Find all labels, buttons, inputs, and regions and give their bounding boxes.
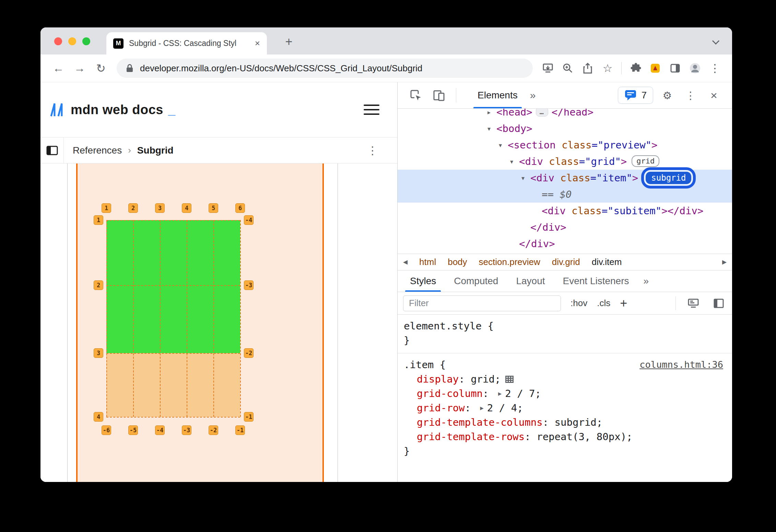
breadcrumb-item[interactable]: html <box>419 257 436 267</box>
crumb-left-arrow-icon[interactable]: ◀ <box>403 258 408 266</box>
item-rule-selector: .item <box>404 359 434 371</box>
traffic-light-minimize[interactable] <box>68 37 76 45</box>
browser-menu-kebab-icon[interactable]: ⋮ <box>706 59 724 77</box>
inline-style-selector-line[interactable]: element.style { <box>398 319 732 333</box>
grid-line-number: -2 <box>209 425 218 435</box>
subgrid-badge[interactable]: subgrid <box>646 172 691 184</box>
css-property[interactable]: display: grid; <box>398 372 732 386</box>
zoom-icon[interactable] <box>559 59 577 77</box>
device-toolbar-icon[interactable] <box>430 86 448 105</box>
profile-avatar[interactable] <box>686 59 704 77</box>
grid-line-number: 1 <box>94 215 103 225</box>
tab-search-chevron-icon[interactable] <box>712 37 719 45</box>
item-rule-close-line: } <box>398 444 732 458</box>
css-property[interactable]: grid-template-rows: repeat(3, 80px); <box>398 430 732 444</box>
dom-tree-line[interactable]: ▼<div class="grid">grid <box>398 153 732 170</box>
extensions-puzzle-icon[interactable] <box>626 59 644 77</box>
devtools-kebab-icon[interactable]: ⋮ <box>681 86 700 105</box>
grid-column-line <box>106 220 107 417</box>
breadcrumb-item[interactable]: section.preview <box>479 257 540 267</box>
shorthand-expand-icon[interactable]: ▶ <box>498 386 502 401</box>
dom-tree-line[interactable]: ▼<section class="preview"> <box>398 137 732 153</box>
grid-line-number: -1 <box>244 412 254 422</box>
css-property[interactable]: grid-template-columns: subgrid; <box>398 415 732 430</box>
item-rule-selector-line[interactable]: columns.html:36 .item { <box>398 358 732 372</box>
grid-editor-icon[interactable] <box>505 376 514 383</box>
code-token: class <box>572 205 601 217</box>
tab-strip: M Subgrid - CSS: Cascading Styl × + <box>40 27 732 55</box>
new-style-rule-icon[interactable]: + <box>620 297 627 310</box>
side-panel-icon[interactable] <box>666 59 684 77</box>
grid-line-number: 1 <box>102 203 111 213</box>
share-icon[interactable] <box>579 59 597 77</box>
devtools-breadcrumbs: ◀ htmlbodysection.previewdiv.griddiv.ite… <box>398 254 732 270</box>
breadcrumb-item[interactable]: body <box>448 257 467 267</box>
grid-visualization: 123456-6-5-4-3-2-11234-4-3-2-1 <box>40 82 397 482</box>
rendering-emulation-icon[interactable] <box>685 295 701 311</box>
styles-panel-tabs: StylesComputedLayoutEvent Listeners» <box>398 270 732 292</box>
reload-button[interactable]: ↻ <box>91 59 110 78</box>
open-brace: { <box>487 320 493 332</box>
browser-tab[interactable]: M Subgrid - CSS: Cascading Styl × <box>106 32 267 55</box>
grid-column-line <box>160 220 161 417</box>
dom-tree-line[interactable]: <div class="subitem"></div> <box>398 203 732 219</box>
install-icon[interactable] <box>539 59 557 77</box>
panel-tab-styles[interactable]: Styles <box>401 270 445 292</box>
dom-tree-line[interactable]: </div> <box>398 219 732 235</box>
traffic-light-zoom[interactable] <box>82 37 90 45</box>
extension-icon-colored[interactable] <box>646 59 664 77</box>
shorthand-expand-icon[interactable]: ▶ <box>480 401 484 415</box>
tab-close-icon[interactable]: × <box>255 38 260 49</box>
collapse-arrow-icon[interactable]: ▼ <box>499 137 508 154</box>
lock-icon <box>126 63 134 73</box>
toggle-hover-state-button[interactable]: :hov <box>571 298 587 309</box>
dom-tree-line[interactable]: </div> <box>398 235 732 252</box>
grid-line-number: 4 <box>182 203 191 213</box>
address-bar[interactable]: developer.mozilla.org/en-US/docs/Web/CSS… <box>117 59 533 78</box>
sidebar-pane-icon[interactable] <box>711 295 727 311</box>
panel-tab-layout[interactable]: Layout <box>507 270 554 292</box>
grid-row-line <box>106 220 240 221</box>
code-token: > <box>651 139 657 151</box>
devtools-settings-gear-icon[interactable]: ⚙ <box>658 86 677 105</box>
dom-tree-line[interactable]: ▶<head>…</head> <box>398 109 732 120</box>
source-link[interactable]: columns.html:36 <box>639 358 723 372</box>
more-panels-icon[interactable]: » <box>530 89 537 101</box>
breadcrumb-item[interactable]: div.item <box>592 257 622 267</box>
collapse-arrow-icon[interactable]: ▼ <box>510 154 519 170</box>
dom-tree-line[interactable]: == $0 <box>398 186 732 203</box>
collapse-arrow-icon[interactable]: ▼ <box>521 170 530 186</box>
more-style-tabs-icon[interactable]: » <box>644 276 650 287</box>
dom-tree-line[interactable]: ▼<body> <box>398 120 732 137</box>
css-property[interactable]: grid-row: ▶2 / 4; <box>398 401 732 415</box>
bookmark-star-icon[interactable]: ☆ <box>599 59 616 77</box>
grid-line-number: 4 <box>94 412 103 422</box>
code-token: </div> <box>530 221 566 233</box>
forward-button[interactable]: → <box>70 59 89 78</box>
traffic-light-close[interactable] <box>54 37 62 45</box>
new-tab-button[interactable]: + <box>281 34 297 50</box>
grid-badge[interactable]: grid <box>632 155 659 167</box>
collapse-arrow-icon[interactable]: ▼ <box>487 121 496 137</box>
console-messages-button[interactable]: 7 <box>618 87 653 104</box>
grid-line-number: -5 <box>128 425 138 435</box>
styles-pane: element.style { } columns.html:36 .item <box>398 315 732 482</box>
crumb-right-arrow-icon[interactable]: ▶ <box>722 258 727 266</box>
toggle-class-button[interactable]: .cls <box>597 298 610 309</box>
dom-tree-line[interactable]: ▼<div class="item">subgrid <box>398 170 732 186</box>
grid-line-number: 2 <box>128 203 138 213</box>
browser-toolbar: ← → ↻ developer.mozilla.org/en-US/docs/W… <box>40 55 732 82</box>
grid-item-area <box>106 353 240 417</box>
code-token: <div <box>519 156 549 167</box>
panel-tab-computed[interactable]: Computed <box>445 270 507 292</box>
devtools-close-icon[interactable]: × <box>705 86 723 105</box>
devtools-tab-elements[interactable]: Elements <box>470 82 525 108</box>
back-button[interactable]: ← <box>49 59 68 78</box>
inline-style-rule: element.style { } <box>398 315 732 353</box>
panel-tab-event-listeners[interactable]: Event Listeners <box>554 270 638 292</box>
inspect-element-icon[interactable] <box>407 86 425 105</box>
expand-arrow-icon[interactable]: ▶ <box>487 109 496 121</box>
breadcrumb-item[interactable]: div.grid <box>552 257 580 267</box>
css-property[interactable]: grid-column: ▶2 / 7; <box>398 386 732 401</box>
styles-filter-input[interactable] <box>403 295 561 311</box>
